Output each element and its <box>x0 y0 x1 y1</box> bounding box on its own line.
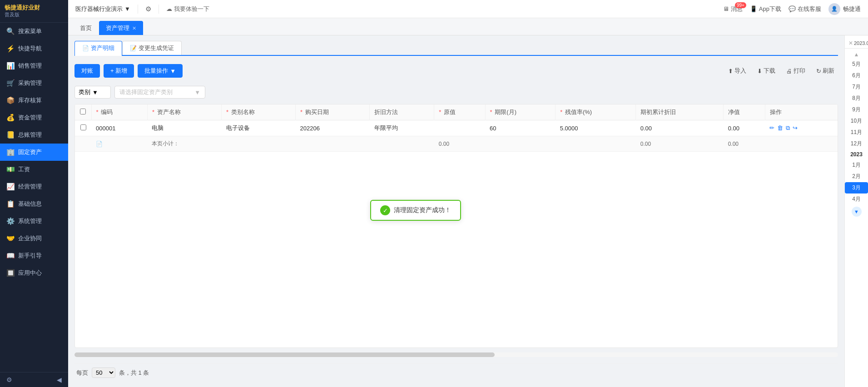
panel-scroll-up-button[interactable]: ▲ <box>853 50 860 59</box>
customer-service-button[interactable]: 💬 在线客服 <box>789 5 821 13</box>
sidebar-item-label: 工资 <box>18 165 30 174</box>
month-item-8[interactable]: 8月 <box>845 93 868 104</box>
sidebar-item-funds[interactable]: 💰 资金管理 <box>0 109 68 126</box>
subtotal-label: 本页小计： <box>147 136 434 152</box>
message-icon: 🖥 <box>723 5 729 12</box>
sidebar-item-ops[interactable]: 📈 经营管理 <box>0 178 68 195</box>
select-all-checkbox[interactable] <box>80 109 86 114</box>
month-item-10[interactable]: 10月 <box>845 115 868 127</box>
new-button[interactable]: + 新增 <box>104 64 134 78</box>
experience-link[interactable]: ☁ 我要体验一下 <box>166 5 209 13</box>
refresh-button[interactable]: ↻ 刷新 <box>813 65 838 77</box>
filter-dropdown-icon: ▼ <box>194 89 200 96</box>
panel-close-button[interactable]: ✕ <box>848 39 854 47</box>
table-container: * 编码 * 资产名称 * 类别名称 <box>74 104 838 348</box>
row-residual-rate: 5.0000 <box>556 120 636 136</box>
app-download-button[interactable]: 📱 App下载 <box>750 5 781 13</box>
search-icon: 🔍 <box>6 27 15 35</box>
scrollbar-thumb[interactable] <box>74 352 495 357</box>
sidebar-item-label: 经营管理 <box>18 183 42 191</box>
batch-button[interactable]: 批量操作 ▼ <box>138 64 183 78</box>
tab-close-icon[interactable]: ✕ <box>132 26 136 31</box>
topbar-settings-button[interactable]: ⚙ <box>145 5 151 13</box>
sub-tab-change-voucher[interactable]: 📝 变更生成凭证 <box>122 41 182 55</box>
payroll-icon: 💵 <box>6 165 15 174</box>
copy-icon[interactable]: ⧉ <box>786 124 790 132</box>
row-checkbox[interactable] <box>80 124 86 130</box>
horizontal-scrollbar[interactable] <box>74 352 838 357</box>
sidebar-collapse-button[interactable]: ◀ <box>57 376 62 383</box>
experience-label: 我要体验一下 <box>174 5 209 13</box>
subtotal-checkbox <box>75 136 91 152</box>
category-select[interactable]: 类别 ▼ <box>74 86 111 99</box>
toolbar-right: ⬆ 导入 ⬇ 下载 🖨 打印 ↻ 刷新 <box>724 65 838 77</box>
username-label: 畅捷通 <box>843 5 861 13</box>
sidebar-item-system[interactable]: ⚙️ 系统管理 <box>0 213 68 230</box>
month-item-7[interactable]: 7月 <box>845 81 868 93</box>
message-button[interactable]: 🖥 消息 99+ <box>723 5 743 13</box>
topbar: 医疗器械行业演示 ▼ ⚙ ☁ 我要体验一下 🖥 消息 99+ 📱 App下载 💬… <box>68 0 868 18</box>
category-label: 类别 <box>79 88 90 96</box>
user-info-button[interactable]: 👤 畅捷通 <box>828 3 861 15</box>
sidebar-item-guide[interactable]: 📖 新手引导 <box>0 247 68 264</box>
month-item-12[interactable]: 12月 <box>845 138 868 149</box>
category-input[interactable]: 请选择固定资产类别 ▼ <box>114 86 205 99</box>
sidebar-item-ledger[interactable]: 📒 总账管理 <box>0 126 68 144</box>
toolbar: 对账 + 新增 批量操作 ▼ ⬆ 导入 ⬇ 下载 🖨 <box>74 60 838 81</box>
row-initial-accumulated: 0.00 <box>636 120 724 136</box>
print-button[interactable]: 🖨 打印 <box>783 65 809 77</box>
month-item-1[interactable]: 1月 <box>845 159 868 171</box>
tab-asset-management[interactable]: 资产管理 ✕ <box>99 21 143 35</box>
month-item-2[interactable]: 2月 <box>845 171 868 182</box>
table-header-code: * 编码 <box>91 104 147 120</box>
delete-icon[interactable]: 🗑 <box>777 124 783 132</box>
sidebar-item-label: 快捷导航 <box>18 45 42 53</box>
month-item-9[interactable]: 9月 <box>845 104 868 115</box>
topbar-divider <box>138 5 138 14</box>
row-code: 000001 <box>91 120 147 136</box>
sidebar-item-quicknav[interactable]: ⚡ 快捷导航 <box>0 40 68 57</box>
sidebar-item-label: 资金管理 <box>18 114 42 122</box>
table-header-depreciation: 折旧方法 <box>370 104 434 120</box>
month-item-3[interactable]: 3月 <box>845 182 868 194</box>
sidebar-item-label: 搜索菜单 <box>18 27 42 35</box>
reconcile-button[interactable]: 对账 <box>74 64 100 78</box>
download-button[interactable]: ⬇ 下载 <box>754 65 779 77</box>
per-page-select[interactable]: 50 100 200 <box>92 367 115 378</box>
month-item-6[interactable]: 6月 <box>845 70 868 81</box>
sidebar-item-payroll[interactable]: 💵 工资 <box>0 161 68 178</box>
sidebar-settings-button[interactable]: ⚙ <box>6 376 12 383</box>
import-button[interactable]: ⬆ 导入 <box>724 65 750 77</box>
subtotal-row: 📄 本页小计： 0.00 0.00 0.00 <box>75 136 838 152</box>
table-header-residual-rate: * 残值率(%) <box>556 104 636 120</box>
sidebar-item-appstore[interactable]: 🔲 应用中心 <box>0 264 68 282</box>
month-item-4[interactable]: 4月 <box>845 194 868 205</box>
month-item-5[interactable]: 5月 <box>845 59 868 70</box>
sidebar-item-label: 销售管理 <box>18 62 42 70</box>
sidebar-item-purchase[interactable]: 🛒 采购管理 <box>0 74 68 92</box>
edit-icon[interactable]: ✏ <box>769 124 774 132</box>
import-label: 导入 <box>734 67 746 75</box>
tab-home[interactable]: 首页 <box>74 21 97 35</box>
basic-icon: 📋 <box>6 200 15 208</box>
row-depreciation-method: 年限平均 <box>370 120 434 136</box>
sidebar-item-label: 系统管理 <box>18 217 42 225</box>
month-item-11[interactable]: 11月 <box>845 127 868 138</box>
filter-row: 类别 ▼ 请选择固定资产类别 ▼ <box>74 86 838 99</box>
download-label: 下载 <box>764 67 775 75</box>
panel-scroll-down-button[interactable]: ▼ <box>852 207 862 217</box>
year-divider: 2023 <box>845 149 868 159</box>
cloud-icon: ☁ <box>166 5 172 12</box>
sidebar-item-search[interactable]: 🔍 搜索菜单 <box>0 23 68 40</box>
quicknav-icon: ⚡ <box>6 45 15 53</box>
sidebar-item-inventory[interactable]: 📦 库存核算 <box>0 92 68 109</box>
company-selector[interactable]: 医疗器械行业演示 ▼ <box>75 5 130 13</box>
sub-tab-asset-detail[interactable]: 📄 资产明细 <box>74 41 122 56</box>
refresh-icon: ↻ <box>816 68 821 74</box>
more-icon[interactable]: ↪ <box>793 124 798 132</box>
sidebar-item-basic[interactable]: 📋 基础信息 <box>0 195 68 213</box>
sidebar-item-fixed[interactable]: 🏢 固定资产 <box>0 144 68 161</box>
sidebar-item-label: 库存核算 <box>18 96 42 104</box>
sidebar-item-sales[interactable]: 📊 销售管理 <box>0 57 68 74</box>
sidebar-item-collab[interactable]: 🤝 企业协同 <box>0 230 68 247</box>
